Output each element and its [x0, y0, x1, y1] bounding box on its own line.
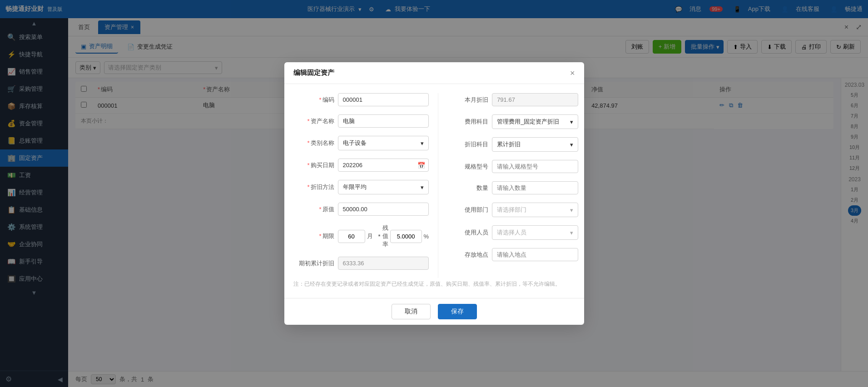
expense-subject-label: 费用科目 [447, 118, 488, 126]
modal-close-btn[interactable]: × [570, 69, 575, 77]
code-label: *编码 [293, 96, 334, 104]
department-placeholder: 请选择部门 [497, 206, 526, 214]
location-input[interactable] [492, 248, 578, 261]
code-input[interactable] [338, 93, 429, 106]
modal-footer: 取消 保存 [284, 298, 584, 325]
form-row-code: *编码 [293, 93, 429, 106]
form-row-period: *期限 月 * 残值率 % [293, 224, 429, 248]
expense-subject-value: 管理费用_固定资产折旧 [497, 118, 559, 126]
original-value-input[interactable] [338, 203, 429, 216]
form-row-category: *类别名称 电子设备 ▾ [293, 136, 429, 150]
department-arrow: ▾ [570, 207, 573, 213]
save-button[interactable]: 保存 [438, 304, 477, 319]
category-value: 电子设备 [343, 139, 367, 147]
dep-method-arrow: ▾ [421, 184, 424, 191]
modal-header: 编辑固定资产 × [284, 62, 584, 84]
dep-subject-value: 累计折旧 [497, 140, 521, 149]
form-col-left: *编码 *资产名称 *类别名称 [293, 93, 439, 278]
dep-method-select[interactable]: 年限平均 ▾ [338, 180, 429, 194]
form-row-original-value: *原值 [293, 203, 429, 216]
period-input[interactable] [338, 230, 365, 243]
dep-subject-label: 折旧科目 [447, 140, 488, 149]
dep-subject-arrow: ▾ [570, 141, 573, 148]
asset-name-label: *资产名称 [293, 117, 334, 125]
department-label: 使用部门 [447, 206, 488, 214]
purchase-date-label: *购买日期 [293, 161, 334, 169]
user-placeholder: 请选择人员 [497, 228, 526, 237]
form-row-monthly-dep: 本月折旧 [447, 93, 578, 106]
form-row-location: 存放地点 [447, 248, 578, 261]
form-row-dep-method: *折旧方法 年限平均 ▾ [293, 180, 429, 194]
category-arrow: ▾ [421, 140, 424, 147]
edit-modal: 编辑固定资产 × *编码 *资产名称 [284, 62, 584, 324]
form-row-department: 使用部门 请选择部门 ▾ [447, 203, 578, 217]
residual-rate-input[interactable] [390, 230, 422, 243]
purchase-date-input[interactable] [338, 159, 429, 172]
asset-name-input[interactable] [338, 114, 429, 128]
form-row-user: 使用人员 请选择人员 ▾ [447, 225, 578, 240]
quantity-input[interactable] [492, 181, 578, 194]
form-row-initial-dep: 期初累计折旧 [293, 257, 429, 270]
purchase-date-wrap: 📅 [338, 159, 429, 172]
modal-body: *编码 *资产名称 *类别名称 [284, 84, 584, 298]
modal-overlay: 编辑固定资产 × *编码 *资产名称 [0, 0, 868, 387]
form-row-dep-subject: 折旧科目 累计折旧 ▾ [447, 137, 578, 152]
form-grid: *编码 *资产名称 *类别名称 [293, 93, 575, 278]
form-row-purchase-date: *购买日期 📅 [293, 159, 429, 172]
modal-title: 编辑固定资产 [293, 69, 334, 77]
spec-input[interactable] [492, 160, 578, 173]
monthly-dep-input [492, 93, 578, 106]
category-label: *类别名称 [293, 139, 334, 147]
form-row-spec: 规格型号 [447, 160, 578, 173]
initial-dep-input[interactable] [338, 257, 429, 270]
form-row-asset-name: *资产名称 [293, 114, 429, 128]
form-row-quantity: 数量 [447, 181, 578, 194]
period-row: 月 * 残值率 % [338, 224, 429, 248]
spec-label: 规格型号 [447, 163, 488, 171]
calendar-icon[interactable]: 📅 [417, 162, 425, 169]
dep-method-value: 年限平均 [343, 183, 367, 191]
location-label: 存放地点 [447, 251, 488, 259]
original-value-label: *原值 [293, 205, 334, 213]
cancel-button[interactable]: 取消 [392, 304, 431, 319]
period-label: *期限 [293, 232, 334, 240]
dep-subject-select[interactable]: 累计折旧 ▾ [492, 137, 578, 152]
residual-rate-pct: % [424, 233, 429, 240]
category-select[interactable]: 电子设备 ▾ [338, 136, 429, 150]
expense-subject-select[interactable]: 管理费用_固定资产折旧 ▾ [492, 114, 578, 129]
modal-note: 注：已经存在变更记录或者对应固定资产已经生成凭证，原值、购买日期、残值率、累计折… [293, 280, 575, 288]
residual-rate-label: 残值率 [382, 224, 388, 248]
dep-method-label: *折旧方法 [293, 183, 334, 191]
period-unit: 月 [367, 232, 373, 240]
quantity-label: 数量 [447, 184, 488, 192]
expense-subject-arrow: ▾ [570, 119, 573, 125]
form-col-right: 本月折旧 费用科目 管理费用_固定资产折旧 ▾ [438, 93, 578, 278]
department-select[interactable]: 请选择部门 ▾ [492, 203, 578, 217]
user-arrow: ▾ [570, 229, 573, 236]
user-field-label: 使用人员 [447, 228, 488, 237]
form-row-expense-subject: 费用科目 管理费用_固定资产折旧 ▾ [447, 114, 578, 129]
user-select[interactable]: 请选择人员 ▾ [492, 225, 578, 240]
monthly-dep-label: 本月折旧 [447, 96, 488, 104]
initial-dep-label: 期初累计折旧 [293, 259, 334, 268]
